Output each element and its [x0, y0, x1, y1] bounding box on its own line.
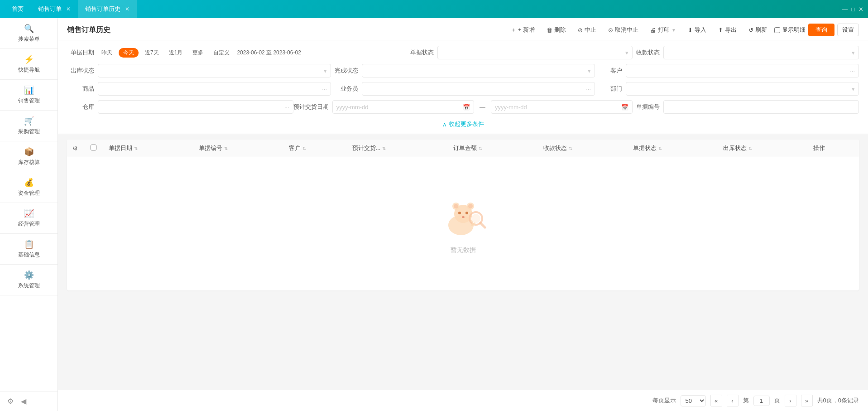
stop-button[interactable]: ⊘ 中止 [573, 24, 601, 36]
product-control[interactable]: ··· [98, 82, 331, 96]
sidebar-item-sales-mgmt[interactable]: 📊 销售管理 [0, 80, 58, 111]
expected-delivery-sort[interactable]: 预计交货... [352, 144, 442, 152]
refresh-label: 刷新 [755, 26, 767, 34]
order-no-sort[interactable]: 单据编号 [199, 144, 278, 152]
show-detail-checkbox-label[interactable]: 显示明细 [774, 26, 806, 34]
cancel-stop-button[interactable]: ⊙ 取消中止 [604, 24, 643, 36]
payment-status-sort[interactable]: 收款状态 [543, 144, 623, 152]
date-btn-1month[interactable]: 近1月 [165, 48, 187, 58]
sidebar-item-basic-info[interactable]: 📋 基础信息 [0, 234, 58, 265]
customer-control[interactable]: ··· [626, 64, 859, 77]
prev-page-button[interactable]: ‹ [727, 395, 739, 406]
th-settings[interactable]: ⚙ [67, 140, 85, 157]
page-input[interactable] [753, 396, 770, 406]
delivery-status-control[interactable]: ▾ [98, 64, 331, 77]
th-order-no[interactable]: 单据编号 [193, 140, 283, 157]
delivery-date-from-control[interactable]: yyyy-mm-dd 📅 [332, 100, 474, 114]
th-delivery-status[interactable]: 出库状态 [718, 140, 808, 157]
tab-sales-order-close[interactable]: ✕ [66, 6, 71, 12]
top-bar: 首页 销售订单 ✕ 销售订单历史 ✕ — □ ✕ [0, 0, 868, 18]
th-payment-status[interactable]: 收款状态 [538, 140, 628, 157]
delivery-status-sort[interactable]: 出库状态 [723, 144, 802, 152]
sidebar-item-purchase-mgmt[interactable]: 🛒 采购管理 [0, 111, 58, 141]
sidebar-item-sys-mgmt[interactable]: ⚙️ 系统管理 [0, 265, 58, 295]
sidebar-item-fund-mgmt[interactable]: 💰 资金管理 [0, 172, 58, 203]
complete-status-control[interactable]: ▾ [362, 64, 595, 77]
refresh-icon: ↺ [748, 27, 753, 34]
salesperson-control[interactable]: ··· [362, 82, 595, 96]
department-control[interactable]: ▾ [626, 82, 859, 96]
table-settings-icon[interactable]: ⚙ [72, 145, 78, 152]
payment-status-control[interactable]: ▾ [663, 46, 859, 59]
order-number-control[interactable] [663, 100, 859, 114]
sidebar-collapse-icon[interactable]: ◀ [21, 397, 26, 406]
tab-sales-order-history[interactable]: 销售订单历史 ✕ [78, 0, 137, 18]
date-range-display: 2023-06-02 至 2023-06-02 [237, 49, 301, 57]
th-expected-delivery[interactable]: 预计交货... [347, 140, 448, 157]
show-detail-checkbox[interactable] [774, 27, 780, 33]
product-dots-icon: ··· [322, 86, 327, 92]
filter-row-2: 出库状态 ▾ 完成状态 ▾ 客户 [67, 64, 859, 77]
last-page-button[interactable]: » [801, 395, 813, 406]
salesperson-dots-icon: ··· [586, 86, 591, 92]
tab-home[interactable]: 首页 [5, 0, 31, 18]
new-button[interactable]: ＋ + 新增 [506, 24, 539, 36]
next-page-icon: › [789, 397, 791, 404]
print-button[interactable]: 🖨 打印 ▼ [646, 24, 681, 36]
window-controls: — □ ✕ [842, 6, 863, 13]
date-btn-yesterday[interactable]: 昨天 [98, 48, 116, 58]
th-checkbox[interactable] [85, 140, 103, 157]
sidebar-item-search-menu[interactable]: 🔍 搜索菜单 [0, 18, 58, 49]
next-page-button[interactable]: › [785, 395, 796, 406]
calendar-from-icon[interactable]: 📅 [463, 104, 470, 111]
department-arrow-icon: ▾ [852, 86, 855, 92]
delete-button[interactable]: 🗑 删除 [542, 24, 571, 36]
calendar-to-icon[interactable]: 📅 [621, 104, 628, 111]
query-button[interactable]: 查询 [808, 24, 834, 36]
order-amount-sort[interactable]: 订单金额 [453, 144, 532, 152]
order-status-sort[interactable]: 单据状态 [633, 144, 712, 152]
page-label: 第 [743, 396, 749, 405]
date-btn-more[interactable]: 更多 [189, 48, 207, 58]
filter-row-1: 单据日期 昨天 今天 近7天 近1月 更多 自定义 2023-06-02 至 2… [67, 46, 859, 59]
filter-customer: 客户 ··· [595, 64, 859, 77]
warehouse-control[interactable]: ··· [98, 100, 293, 114]
maximize-icon[interactable]: □ [851, 6, 855, 13]
settings-button[interactable]: 设置 [837, 24, 859, 36]
order-status-control[interactable]: ▾ [437, 46, 633, 59]
close-icon[interactable]: ✕ [858, 6, 863, 13]
payment-status-arrow-icon: ▾ [852, 49, 855, 56]
svg-point-10 [471, 214, 480, 223]
date-btn-7days[interactable]: 近7天 [141, 48, 163, 58]
customer-sort[interactable]: 客户 [289, 144, 341, 152]
th-order-date[interactable]: 单据日期 [103, 140, 193, 157]
collapse-row[interactable]: ∧ 收起更多条件 [67, 118, 859, 128]
sidebar-item-search-menu-label: 搜索菜单 [18, 35, 40, 43]
per-page-select[interactable]: 50 10 20 100 [681, 395, 706, 406]
date-btn-today[interactable]: 今天 [119, 48, 139, 58]
salesperson-label: 业务员 [331, 85, 358, 93]
export-button[interactable]: ⬆ 导出 [714, 24, 741, 36]
th-order-status[interactable]: 单据状态 [628, 140, 718, 157]
th-order-amount[interactable]: 订单金额 [448, 140, 538, 157]
sidebar-item-inventory-calc[interactable]: 📦 库存核算 [0, 141, 58, 172]
refresh-button[interactable]: ↺ 刷新 [744, 24, 772, 36]
delivery-date-to-control[interactable]: yyyy-mm-dd 📅 [491, 100, 633, 114]
date-btn-custom[interactable]: 自定义 [210, 48, 233, 58]
tab-sales-order[interactable]: 销售订单 ✕ [31, 0, 78, 18]
sidebar-item-quick-nav[interactable]: ⚡ 快捷导航 [0, 49, 58, 80]
th-customer[interactable]: 客户 [283, 140, 347, 157]
select-all-checkbox[interactable] [91, 145, 96, 150]
order-date-sort[interactable]: 单据日期 [109, 144, 188, 152]
delivery-status-arrow-icon: ▾ [324, 68, 327, 74]
print-label: 打印 [658, 26, 670, 34]
sidebar-settings-icon[interactable]: ⚙ [7, 397, 14, 406]
import-button[interactable]: ⬇ 导入 [683, 24, 711, 36]
sidebar-item-biz-mgmt[interactable]: 📈 经营管理 [0, 203, 58, 234]
first-page-button[interactable]: « [710, 395, 722, 406]
purchase-mgmt-icon: 🛒 [24, 116, 34, 126]
minimize-icon[interactable]: — [842, 6, 848, 13]
inventory-calc-icon: 📦 [24, 147, 34, 157]
tab-sales-order-history-close[interactable]: ✕ [125, 6, 129, 12]
collapse-up-icon: ∧ [442, 121, 447, 128]
